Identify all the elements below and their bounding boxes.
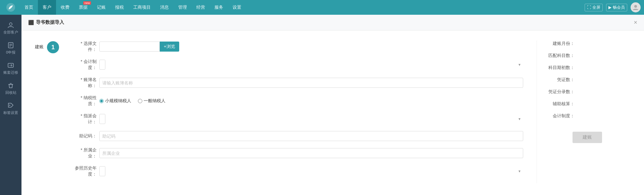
tax-type-radio-group: 小规模纳税人 一般纳税人 — [99, 98, 165, 104]
company-label: * 所属企业： — [72, 147, 99, 159]
right-accounting-system-label: 会计制度： — [544, 113, 577, 119]
file-input[interactable] — [99, 42, 160, 52]
ledger-name-label: * 账簿名称： — [72, 77, 99, 89]
nav-right: ⛶ 全屏 ▶ 畅会员 — [585, 2, 641, 12]
sidebar-item-zero-declaration[interactable]: 0申报 — [0, 38, 21, 58]
svg-point-8 — [9, 105, 10, 106]
subject-init-label: 科目期初数： — [544, 65, 577, 71]
svg-point-1 — [634, 5, 637, 8]
history-year-select[interactable] — [99, 166, 105, 176]
memo-input[interactable] — [99, 131, 523, 141]
nav-items: 首页 客户 收费 票据 new 记账 报税 工商项目 消息 管理 经营 服务 设… — [20, 0, 585, 15]
radio-general[interactable]: 一般纳税人 — [138, 98, 165, 104]
accountant-row: * 指派会计： — [72, 113, 523, 125]
build-button[interactable]: 建账 — [573, 132, 602, 143]
nav-settings[interactable]: 设置 — [228, 0, 246, 15]
app-logo — [3, 0, 18, 15]
dialog-body: 建账 1 * 选择文件： +浏览 * 会计制度 — [21, 30, 644, 193]
accounting-system-select-wrapper — [99, 60, 523, 70]
history-year-row: 参照历史年度： — [72, 165, 523, 177]
auxiliary-label: 辅助核算： — [544, 101, 577, 107]
nav-service[interactable]: 服务 — [210, 0, 228, 15]
nav-business[interactable]: 工商项目 — [129, 0, 155, 15]
history-year-label: 参照历史年度： — [72, 165, 99, 177]
accounting-system-row: * 会计制度： — [72, 59, 523, 71]
step-label: 建账 — [35, 44, 44, 50]
sidebar: 全部客户 0申报 账套迁移 回收站 — [0, 15, 21, 195]
build-btn-row: 建账 — [544, 125, 631, 143]
auxiliary-row: 辅助核算： — [544, 101, 631, 107]
nav-invoice[interactable]: 票据 new — [74, 0, 92, 15]
tax-type-row: * 纳税性质： 小规模纳税人 一般纳税人 — [72, 95, 523, 107]
fullscreen-icon: ⛶ — [587, 5, 591, 10]
main-layout: 全部客户 0申报 账套迁移 回收站 — [0, 15, 644, 195]
company-input[interactable] — [99, 148, 523, 158]
browse-button[interactable]: +浏览 — [160, 42, 179, 52]
nav-message[interactable]: 消息 — [155, 0, 174, 15]
build-month-row: 建账月份： — [544, 41, 631, 47]
company-row: * 所属企业： — [72, 147, 523, 159]
sidebar-item-all-customers[interactable]: 全部客户 — [0, 18, 21, 38]
vouchers-label: 凭证数： — [544, 77, 577, 83]
sidebar-item-account-transfer[interactable]: 账套迁移 — [0, 58, 21, 78]
vip-btn[interactable]: ▶ 畅会员 — [606, 4, 627, 11]
nav-customer[interactable]: 客户 — [38, 0, 56, 15]
avatar[interactable] — [631, 2, 641, 12]
accounting-system-label: * 会计制度： — [72, 59, 99, 71]
step-circle: 1 — [47, 41, 59, 53]
accounting-system-select[interactable] — [99, 60, 105, 70]
voucher-records-label: 凭证分录数： — [544, 89, 577, 95]
accountant-select-wrapper — [99, 114, 523, 124]
fullscreen-btn[interactable]: ⛶ 全屏 — [585, 4, 603, 11]
nav-manage[interactable]: 管理 — [174, 0, 192, 15]
right-section: 建账月份： 匹配科目数： 科目期初数： 凭证数： — [537, 41, 631, 183]
new-badge: new — [83, 1, 91, 5]
file-input-group: +浏览 — [99, 42, 523, 52]
dialog: ⬛ 导爷数据导入 × 建账 1 * 选择文件： — [21, 15, 644, 195]
sidebar-item-tag-settings[interactable]: 标签设置 — [0, 99, 21, 119]
memo-row: 助记码： — [72, 131, 523, 141]
nav-home[interactable]: 首页 — [20, 0, 38, 15]
vouchers-row: 凭证数： — [544, 77, 631, 83]
form-section: * 选择文件： +浏览 * 会计制度： — [72, 41, 523, 183]
nav-bookkeeping[interactable]: 记账 — [92, 0, 110, 15]
accountant-select[interactable] — [99, 114, 105, 124]
match-subjects-row: 匹配科目数： — [544, 53, 631, 59]
match-subjects-label: 匹配科目数： — [544, 53, 577, 59]
import-icon: ⬛ — [28, 20, 34, 25]
top-nav: 首页 客户 收费 票据 new 记账 报税 工商项目 消息 管理 经营 服务 设… — [0, 0, 644, 15]
tax-type-label: * 纳税性质： — [72, 95, 99, 107]
sidebar-item-recycle[interactable]: 回收站 — [0, 78, 21, 99]
build-month-label: 建账月份： — [544, 41, 577, 47]
svg-point-2 — [9, 23, 12, 25]
radio-small-scale[interactable]: 小规模纳税人 — [99, 98, 131, 104]
subject-init-row: 科目期初数： — [544, 65, 631, 71]
nav-tax[interactable]: 报税 — [110, 0, 129, 15]
voucher-records-row: 凭证分录数： — [544, 89, 631, 95]
history-year-select-wrapper — [99, 166, 523, 176]
content-area: ⬛ 导爷数据导入 × 建账 1 * 选择文件： — [21, 15, 644, 195]
nav-operation[interactable]: 经营 — [192, 0, 210, 15]
file-row: * 选择文件： +浏览 — [72, 41, 523, 53]
ledger-name-row: * 账簿名称： — [72, 77, 523, 89]
vip-icon: ▶ — [608, 5, 611, 10]
dialog-title: ⬛ 导爷数据导入 — [28, 19, 64, 25]
nav-fee[interactable]: 收费 — [56, 0, 74, 15]
file-label: * 选择文件： — [72, 41, 99, 53]
memo-label: 助记码： — [72, 133, 99, 139]
right-accounting-system-row: 会计制度： — [544, 113, 631, 119]
ledger-name-input[interactable] — [99, 78, 523, 88]
close-button[interactable]: × — [634, 19, 637, 25]
dialog-header: ⬛ 导爷数据导入 × — [21, 15, 644, 30]
accountant-label: * 指派会计： — [72, 113, 99, 125]
step-section: 建账 1 — [35, 41, 59, 183]
